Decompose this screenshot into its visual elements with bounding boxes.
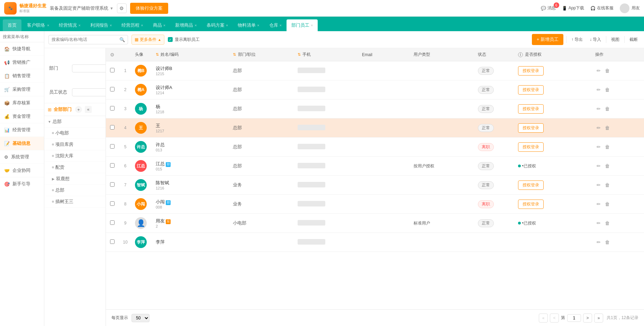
- view-button[interactable]: 视图: [609, 35, 622, 44]
- row-operations[interactable]: ✏ 🗑: [592, 99, 644, 118]
- first-page-btn[interactable]: «: [539, 314, 548, 323]
- dept-tree-item-head[interactable]: ▼ 总部: [44, 116, 106, 127]
- delete-btn[interactable]: 🗑: [604, 86, 611, 93]
- sidebar-item-guide[interactable]: 🎯 新手引导: [0, 177, 44, 191]
- status-select[interactable]: ▼: [72, 88, 106, 96]
- delete-btn[interactable]: 🗑: [604, 143, 611, 150]
- page-number-input[interactable]: [567, 314, 581, 322]
- sidebar-item-system[interactable]: ⚙ 系统管理: [0, 150, 44, 164]
- close-warehouse[interactable]: ×: [280, 23, 282, 27]
- tab-add-goods[interactable]: 新增商品 ×: [170, 19, 201, 31]
- dept-collapse-btn[interactable]: «: [85, 106, 92, 113]
- auth-login-btn[interactable]: 授权登录: [518, 104, 544, 114]
- row-operations[interactable]: ✏ 🗑: [592, 80, 644, 99]
- delete-btn[interactable]: 🗑: [604, 105, 611, 112]
- close-biz-process[interactable]: ×: [141, 23, 143, 27]
- row-auth[interactable]: 授权登录: [515, 138, 592, 157]
- dept-tree-item-6[interactable]: 总部: [44, 185, 106, 196]
- edit-btn[interactable]: ✏: [595, 67, 602, 74]
- col-dept-header[interactable]: ⇅ 部门/职位: [230, 48, 294, 61]
- sidebar-item-basic-info[interactable]: 📝 基础信息: [0, 137, 44, 150]
- dept-select[interactable]: ▼: [72, 64, 106, 72]
- prev-page-btn[interactable]: <: [550, 314, 559, 323]
- row-auth[interactable]: 授权登录: [515, 176, 592, 195]
- close-barcode[interactable]: ×: [226, 23, 228, 27]
- close-customers[interactable]: ×: [47, 23, 49, 27]
- row-checkbox[interactable]: [110, 125, 115, 130]
- row-checkbox[interactable]: [110, 163, 115, 168]
- close-bom[interactable]: ×: [257, 23, 259, 27]
- row-auth[interactable]: 授权登录: [515, 99, 592, 118]
- message-btn[interactable]: 💬 消息 6: [541, 5, 556, 11]
- row-checkbox[interactable]: [110, 106, 115, 111]
- sidebar-item-capital[interactable]: 💰 资金管理: [0, 110, 44, 123]
- auth-login-btn[interactable]: 授权登录: [518, 66, 544, 76]
- close-profit[interactable]: ×: [110, 23, 112, 27]
- import-button[interactable]: ↓ 导入: [588, 35, 603, 44]
- row-checkbox[interactable]: [110, 68, 115, 72]
- close-op-status[interactable]: ×: [78, 23, 80, 27]
- row-checkbox[interactable]: [110, 239, 115, 244]
- row-operations[interactable]: ✏ 🗑: [592, 138, 644, 157]
- edit-btn[interactable]: ✏: [595, 105, 602, 112]
- tab-customers[interactable]: 客户联络 ×: [22, 19, 53, 31]
- app-download-btn[interactable]: 📱 App下载: [562, 5, 584, 11]
- last-page-btn[interactable]: »: [594, 314, 603, 323]
- row-operations[interactable]: ✏ 🗑: [592, 214, 644, 233]
- main-search-box[interactable]: 🔍: [48, 35, 128, 44]
- tab-barcode[interactable]: 条码方案 ×: [202, 19, 232, 31]
- delete-btn[interactable]: 🗑: [604, 220, 611, 227]
- tab-operation-status[interactable]: 经营情况 ×: [54, 19, 84, 31]
- tab-profit[interactable]: 利润报告 ×: [85, 19, 116, 31]
- show-resigned-toggle[interactable]: ✓ 显示离职员工: [168, 37, 200, 43]
- sidebar-item-inventory[interactable]: 📦 库存核算: [0, 96, 44, 110]
- edit-btn[interactable]: ✏: [595, 201, 602, 208]
- dept-tree-item-5[interactable]: ▶ 双鹿想: [44, 173, 106, 185]
- sidebar-item-purchase[interactable]: 🛒 采购管理: [0, 83, 44, 96]
- row-operations[interactable]: ✏ 🗑: [592, 176, 644, 195]
- dept-add-btn[interactable]: +: [75, 106, 82, 113]
- delete-btn[interactable]: 🗑: [604, 182, 611, 188]
- auth-login-btn[interactable]: 授权登录: [518, 180, 544, 190]
- more-filter-btn[interactable]: ▦ 更多条件 ▲: [131, 35, 164, 45]
- delete-btn[interactable]: 🗑: [604, 239, 611, 246]
- dept-tree-item-7[interactable]: 插树王三: [44, 196, 106, 208]
- row-operations[interactable]: ✏ 🗑: [592, 61, 644, 80]
- row-auth[interactable]: [515, 233, 592, 252]
- col-settings-header[interactable]: ⚙: [106, 48, 118, 61]
- tab-bom[interactable]: 物料清单 ×: [233, 19, 263, 31]
- row-checkbox[interactable]: [110, 220, 115, 225]
- title-dropdown-icon[interactable]: ▼: [110, 6, 114, 10]
- row-operations[interactable]: ✏ 🗑: [592, 195, 644, 214]
- auth-login-btn[interactable]: 授权登录: [518, 85, 544, 95]
- row-checkbox[interactable]: [110, 182, 115, 187]
- dept-tree-item-3[interactable]: 沈阳大库: [44, 150, 106, 162]
- col-settings-icon[interactable]: ⚙: [110, 52, 115, 58]
- close-add-goods[interactable]: ×: [194, 23, 197, 27]
- sidebar-item-operation[interactable]: 📊 经营管理: [0, 123, 44, 137]
- close-goods[interactable]: ×: [163, 23, 165, 27]
- trial-button[interactable]: 体验行业方案: [130, 3, 168, 14]
- edit-btn[interactable]: ✏: [595, 143, 602, 150]
- more-btn[interactable]: 截断: [627, 35, 640, 44]
- row-operations[interactable]: ✏ 🗑: [592, 118, 644, 138]
- auth-login-btn[interactable]: 授权登录: [518, 123, 544, 133]
- dept-tree-item-4[interactable]: 配货: [44, 162, 106, 173]
- per-page-select[interactable]: 50: [131, 314, 149, 322]
- row-auth[interactable]: 授权登录: [515, 118, 592, 138]
- row-checkbox[interactable]: [110, 201, 115, 206]
- dept-tree-item-2[interactable]: 项目库房: [44, 139, 106, 150]
- delete-btn[interactable]: 🗑: [604, 124, 611, 131]
- row-auth[interactable]: 授权登录: [515, 195, 592, 214]
- edit-btn[interactable]: ✏: [595, 239, 602, 246]
- close-employees[interactable]: ×: [311, 23, 313, 27]
- tab-home[interactable]: 首页: [3, 19, 21, 31]
- row-auth[interactable]: 授权登录: [515, 80, 592, 99]
- delete-btn[interactable]: 🗑: [604, 67, 611, 74]
- export-button[interactable]: ↑ 导出: [569, 35, 585, 44]
- col-name-header[interactable]: ⇅ 姓名/编码: [153, 48, 230, 61]
- auth-login-btn[interactable]: 授权登录: [518, 142, 544, 152]
- row-operations[interactable]: ✏ 🗑: [592, 157, 644, 176]
- tab-biz-process[interactable]: 经营历程 ×: [117, 19, 147, 31]
- row-auth[interactable]: •已授权: [515, 214, 592, 233]
